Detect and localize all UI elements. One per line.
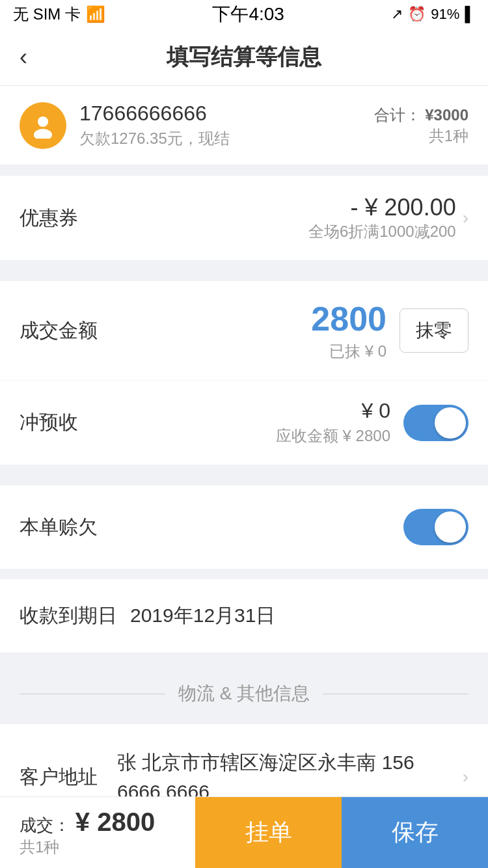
due-date-value: 2019年12月31日 — [130, 603, 275, 629]
customer-debt: 欠款1276.35元，现结 — [79, 128, 230, 149]
logistics-line-right — [323, 694, 468, 694]
total-count: 共1种 — [374, 126, 468, 146]
page-title: 填写结算等信息 — [167, 42, 321, 72]
section-divider-1 — [0, 271, 488, 281]
prepaid-row: 冲预收 ¥ 0 应收金额 ¥ 2800 — [0, 380, 488, 465]
sim-status: 无 SIM 卡 — [13, 4, 81, 25]
bottom-summary-label-row: 成交： ¥ 2800 — [20, 807, 176, 837]
coupon-amount: - ¥ 200.00 — [308, 194, 456, 221]
prepaid-right: ¥ 0 应收金额 ¥ 2800 — [276, 399, 468, 446]
amount-right: 2800 已抹 ¥ 0 抹零 — [311, 299, 468, 362]
total-label: 合计： ¥3000 — [374, 105, 468, 126]
prepaid-receivable: 应收金额 ¥ 2800 — [276, 426, 390, 446]
customer-phone: 17666666666 — [79, 102, 230, 126]
content-area: 17666666666 欠款1276.35元，现结 合计： ¥3000 共1种 … — [0, 86, 488, 868]
due-date-row: 收款到期日 2019年12月31日 — [0, 579, 488, 653]
back-button[interactable]: ‹ — [20, 44, 59, 71]
status-left: 无 SIM 卡 📶 — [13, 4, 105, 25]
customer-card: 17666666666 欠款1276.35元，现结 合计： ¥3000 共1种 — [0, 86, 488, 165]
logistics-label: 物流 & 其他信息 — [178, 681, 310, 706]
debit-label: 本单赊欠 — [20, 514, 98, 541]
logistics-header: 物流 & 其他信息 — [0, 663, 488, 724]
transaction-amount-value: 2800 — [311, 299, 386, 338]
save-button[interactable]: 保存 — [342, 797, 488, 868]
logistics-line-left — [20, 694, 165, 694]
alarm-icon: ⏰ — [408, 6, 426, 23]
wifi-icon: 📶 — [86, 5, 105, 23]
amount-row: 成交金额 2800 已抹 ¥ 0 抹零 — [0, 281, 488, 380]
status-time: 下午4:03 — [212, 2, 284, 27]
svg-point-0 — [38, 116, 48, 127]
coupon-desc: 全场6折满1000减200 — [308, 221, 456, 242]
status-bar: 无 SIM 卡 📶 下午4:03 ↗ ⏰ 91% ▌ — [0, 0, 488, 29]
bottom-bar: 成交： ¥ 2800 共1种 挂单 保存 — [0, 796, 488, 868]
due-date-label: 收款到期日 — [20, 603, 117, 629]
summary-count: 共1种 — [20, 837, 176, 858]
bottom-summary: 成交： ¥ 2800 共1种 — [0, 807, 195, 858]
battery-level: 91% — [431, 6, 459, 23]
amount-label: 成交金额 — [20, 318, 98, 344]
customer-info: 17666666666 欠款1276.35元，现结 — [79, 102, 230, 149]
prepaid-amount: ¥ 0 — [276, 399, 390, 423]
customer-total: 合计： ¥3000 共1种 — [374, 105, 468, 146]
prepaid-toggle[interactable] — [403, 405, 468, 441]
customer-left: 17666666666 欠款1276.35元，现结 — [20, 102, 230, 149]
erase-zero-button[interactable]: 抹零 — [400, 308, 468, 353]
summary-label: 成交： — [20, 815, 70, 835]
coupon-label: 优惠券 — [20, 205, 78, 232]
coupon-chevron-icon: › — [463, 208, 468, 228]
summary-amount: ¥ 2800 — [75, 807, 155, 836]
debit-row: 本单赊欠 — [0, 485, 488, 569]
coupon-row[interactable]: 优惠券 - ¥ 200.00 全场6折满1000减200 › — [0, 175, 488, 260]
pending-button[interactable]: 挂单 — [195, 797, 342, 868]
location-icon: ↗ — [391, 6, 403, 23]
amount-erased: 已抹 ¥ 0 — [311, 341, 386, 362]
amount-value-wrap: 2800 已抹 ¥ 0 — [311, 299, 386, 362]
transaction-amount-section: 成交金额 2800 已抹 ¥ 0 抹零 冲预收 ¥ 0 应收金额 ¥ 2800 — [0, 281, 488, 465]
nav-bar: ‹ 填写结算等信息 — [0, 29, 488, 86]
prepaid-label: 冲预收 — [20, 409, 78, 436]
status-right: ↗ ⏰ 91% ▌ — [391, 6, 475, 23]
prepaid-values: ¥ 0 应收金额 ¥ 2800 — [276, 399, 390, 446]
section-divider-2 — [0, 475, 488, 485]
address-chevron-icon: › — [463, 766, 468, 787]
debit-toggle[interactable] — [403, 509, 468, 545]
address-label: 客户地址 — [20, 764, 98, 791]
coupon-right: - ¥ 200.00 全场6折满1000减200 › — [308, 194, 468, 242]
svg-point-1 — [34, 129, 52, 139]
coupon-value-wrap: - ¥ 200.00 全场6折满1000减200 — [308, 194, 456, 242]
avatar — [20, 102, 66, 149]
battery-icon: ▌ — [465, 6, 475, 23]
